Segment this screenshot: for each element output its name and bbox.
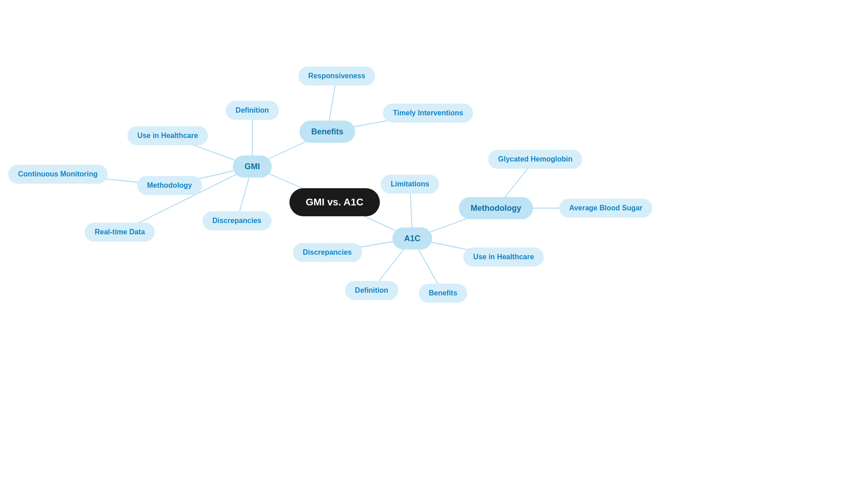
responsiveness-node[interactable]: Responsiveness bbox=[298, 67, 375, 86]
a1c-discrepancies-node[interactable]: Discrepancies bbox=[293, 243, 362, 262]
a1c-limitations-node[interactable]: Limitations bbox=[381, 175, 439, 194]
gmi-definition-node[interactable]: Definition bbox=[226, 101, 279, 120]
gmi-realtime-data-node[interactable]: Real-time Data bbox=[85, 223, 155, 242]
a1c-benefits-node[interactable]: Benefits bbox=[419, 284, 467, 303]
benefits-node[interactable]: Benefits bbox=[299, 121, 355, 143]
timely-interventions-node[interactable]: Timely Interventions bbox=[383, 104, 473, 123]
glycated-hemoglobin-node[interactable]: Glycated Hemoglobin bbox=[488, 150, 582, 169]
gmi-continuous-monitoring-node[interactable]: Continuous Monitoring bbox=[8, 165, 108, 184]
mindmap-svg bbox=[0, 0, 868, 490]
a1c-use-healthcare-node[interactable]: Use in Healthcare bbox=[463, 247, 544, 266]
a1c-node[interactable]: A1C bbox=[392, 228, 432, 250]
a1c-definition-node[interactable]: Definition bbox=[345, 281, 398, 300]
gmi-discrepancies-node[interactable]: Discrepancies bbox=[203, 211, 272, 230]
gmi-methodology-node[interactable]: Methodology bbox=[137, 176, 202, 195]
gmi-use-healthcare-node[interactable]: Use in Healthcare bbox=[127, 126, 208, 145]
a1c-methodology-node[interactable]: Methodology bbox=[459, 197, 533, 219]
gmi-node[interactable]: GMI bbox=[233, 156, 272, 178]
center-node[interactable]: GMI vs. A1C bbox=[289, 188, 380, 216]
average-blood-sugar-node[interactable]: Average Blood Sugar bbox=[559, 199, 652, 218]
